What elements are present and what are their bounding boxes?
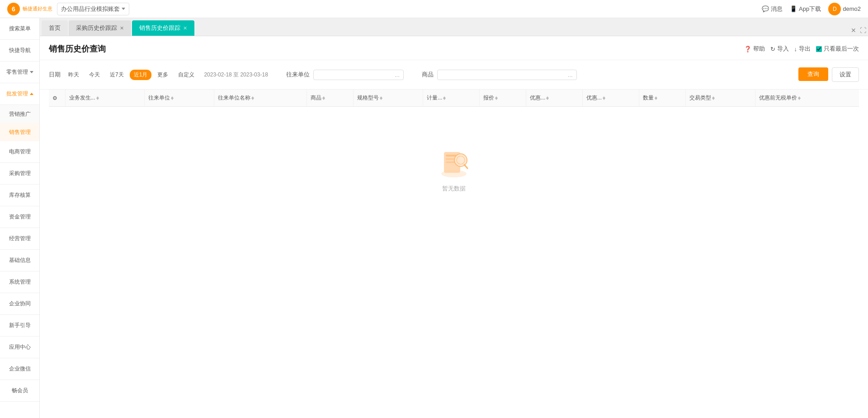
sidebar-item-ecommerce[interactable]: 电商管理 (0, 141, 39, 163)
sidebar-item-shortcut[interactable]: 快捷导航 (0, 40, 39, 62)
logo-area: 6 畅捷通好生意 (7, 3, 52, 15)
chevron-down-icon (30, 71, 33, 73)
table-area: ⚙ 业务发生... 往来单位 (40, 90, 868, 229)
col-price[interactable]: 报价 (479, 90, 526, 107)
filter-buttons: 查询 设置 (798, 67, 859, 82)
export-icon: ↓ (794, 46, 797, 52)
table-header-row: ⚙ 业务发生... 往来单位 (49, 90, 859, 107)
empty-illustration (436, 143, 472, 179)
sidebar-item-newbie[interactable]: 新手引导 (0, 315, 39, 337)
empty-state: 暂无数据 (49, 107, 859, 229)
sidebar-item-wholesale[interactable]: 批发管理 (0, 83, 39, 105)
sidebar-label-retail: 零售管理 (6, 69, 28, 76)
help-icon: ❓ (744, 46, 751, 52)
company-selector[interactable]: 办公用品行业模拟账套 (57, 3, 129, 15)
gear-icon[interactable]: ⚙ (52, 95, 57, 101)
sidebar-item-system[interactable]: 系统管理 (0, 271, 39, 293)
sidebar-item-marketing[interactable]: 营销推广 (0, 105, 39, 123)
svg-rect-4 (446, 162, 455, 163)
product-dots-icon[interactable]: ... (568, 71, 573, 78)
date-btn-last1month[interactable]: 近1月 (130, 70, 152, 80)
col-trade-type[interactable]: 交易类型 (686, 90, 755, 107)
sidebar-item-basic[interactable]: 基础信息 (0, 250, 39, 271)
header-right: 💬 消息 📱 App下载 D demo2 (762, 3, 861, 15)
col-qty[interactable]: 数量 (639, 90, 685, 107)
tab-home-label: 首页 (49, 24, 61, 32)
sidebar-label-enterprise: 企业协同 (9, 300, 31, 308)
sidebar-item-finance[interactable]: 资金管理 (0, 206, 39, 228)
query-button[interactable]: 查询 (798, 67, 828, 81)
partner-input[interactable] (317, 71, 395, 78)
sidebar-item-inventory[interactable]: 库存核算 (0, 185, 39, 206)
col-discount2[interactable]: 优惠... (583, 90, 639, 107)
col-discount1[interactable]: 优惠... (526, 90, 583, 107)
partner-label: 往来单位 (286, 71, 310, 79)
product-filter-group: 商品 ... (422, 70, 577, 80)
tab-purchase-track[interactable]: 采购历史价跟踪 ✕ (69, 20, 131, 36)
settings-button[interactable]: 设置 (832, 67, 859, 82)
col-settings[interactable]: ⚙ (49, 90, 65, 107)
main-layout: 搜索菜单 快捷导航 零售管理 批发管理 营销推广 销售管理 电商管理 采购管理 … (0, 18, 868, 418)
sidebar-label-operations: 经营管理 (9, 235, 31, 242)
col-partner-name[interactable]: 往来单位名称 (214, 90, 307, 107)
col-unit[interactable]: 计量... (423, 90, 480, 107)
content-area: 首页 采购历史价跟踪 ✕ 销售历史价跟踪 ✕ ✕ ⛶ 销售历史价查询 (40, 18, 868, 418)
help-button[interactable]: ❓ 帮助 (744, 45, 765, 53)
col-spec[interactable]: 规格型号 (354, 90, 423, 107)
filter-row: 日期 昨天 今天 近7天 近1月 更多 自定义 2023-02-18 至 202… (49, 67, 859, 82)
col-pretax-price[interactable]: 优惠前无税单价 (755, 90, 859, 107)
product-input-wrap[interactable]: ... (437, 70, 577, 80)
sidebar-item-search[interactable]: 搜索菜单 (0, 18, 39, 40)
sidebar-item-appstore[interactable]: 应用中心 (0, 337, 39, 358)
page-title: 销售历史价查询 (49, 43, 106, 54)
import-button[interactable]: ↻ 导入 (770, 45, 789, 53)
user-action[interactable]: D demo2 (828, 3, 861, 15)
company-name: 办公用品行业模拟账套 (61, 5, 120, 13)
partner-input-wrap[interactable]: ... (313, 70, 404, 80)
tab-sales-track[interactable]: 销售历史价跟踪 ✕ (132, 20, 194, 36)
sidebar-item-purchase[interactable]: 采购管理 (0, 163, 39, 185)
only-last-checkbox-wrap[interactable]: 只看最后一次 (816, 45, 859, 53)
sidebar: 搜索菜单 快捷导航 零售管理 批发管理 营销推广 销售管理 电商管理 采购管理 … (0, 18, 40, 418)
date-btn-custom[interactable]: 自定义 (174, 70, 198, 80)
filter-area: 日期 昨天 今天 近7天 近1月 更多 自定义 2023-02-18 至 202… (40, 60, 868, 90)
product-input[interactable] (441, 71, 568, 78)
sidebar-item-vip[interactable]: 畅会员 (0, 380, 39, 402)
date-btn-last7[interactable]: 近7天 (106, 70, 128, 80)
partner-dots-icon[interactable]: ... (395, 71, 400, 78)
download-icon: 📱 (790, 5, 797, 12)
close-tab-icon[interactable]: ✕ (851, 27, 856, 34)
date-btn-today[interactable]: 今天 (85, 70, 104, 80)
sidebar-item-operations[interactable]: 经营管理 (0, 228, 39, 250)
import-icon: ↻ (770, 46, 775, 52)
app-download-action[interactable]: 📱 App下载 (790, 5, 821, 13)
tab-purchase-close-icon[interactable]: ✕ (120, 25, 124, 31)
col-biz-date[interactable]: 业务发生... (65, 90, 144, 107)
date-buttons: 昨天 今天 近7天 近1月 更多 自定义 (64, 70, 198, 80)
date-btn-yesterday[interactable]: 昨天 (64, 70, 83, 80)
col-product[interactable]: 商品 (307, 90, 353, 107)
col-partner-code[interactable]: 往来单位 (144, 90, 214, 107)
tab-sales-close-icon[interactable]: ✕ (183, 25, 187, 31)
sidebar-item-sales[interactable]: 销售管理 (0, 123, 39, 141)
only-last-checkbox[interactable] (816, 46, 822, 52)
only-last-label: 只看最后一次 (824, 45, 859, 53)
export-button[interactable]: ↓ 导出 (794, 45, 811, 53)
date-label: 日期 (49, 71, 61, 79)
sidebar-label-wholesale: 批发管理 (6, 90, 28, 98)
sidebar-label-sales: 销售管理 (9, 128, 31, 136)
top-header: 6 畅捷通好生意 办公用品行业模拟账套 💬 消息 📱 App下载 D demo2 (0, 0, 868, 18)
tabs-bar-right: ✕ ⛶ (851, 27, 866, 36)
avatar: D (828, 3, 841, 15)
date-range-text: 2023-02-18 至 2023-03-18 (204, 71, 268, 79)
logo-icon: 6 (7, 3, 20, 15)
date-btn-more[interactable]: 更多 (153, 70, 172, 80)
sidebar-item-retail[interactable]: 零售管理 (0, 62, 39, 83)
sidebar-item-enterprise[interactable]: 企业协同 (0, 293, 39, 315)
chevron-down-icon (122, 8, 125, 10)
message-action[interactable]: 💬 消息 (762, 5, 783, 13)
sidebar-item-wechat[interactable]: 企业微信 (0, 358, 39, 380)
maximize-icon[interactable]: ⛶ (860, 27, 866, 34)
tab-home[interactable]: 首页 (42, 20, 68, 36)
svg-rect-3 (446, 158, 454, 160)
